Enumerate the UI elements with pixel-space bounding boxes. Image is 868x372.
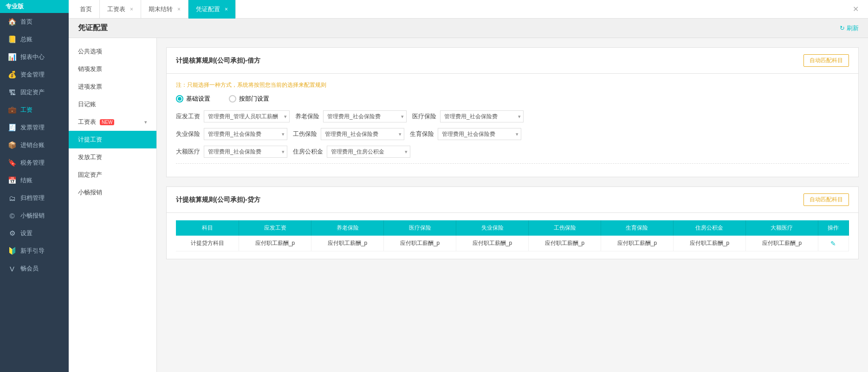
tax-icon: 🔖 (7, 159, 17, 167)
left-nav-journal[interactable]: 日记账 (69, 96, 156, 113)
sidebar-item-invoice[interactable]: 🧾 发票管理 (0, 119, 69, 136)
left-nav: 公共选项 销项发票 进项发票 日记账 工资表 NEW ▾ 计提工资 (69, 38, 157, 372)
sidebar-item-archive[interactable]: 🗂 归档管理 (0, 189, 69, 207)
select-wrapper-applied-salary: 管理费用_管理人员职工薪酬 (204, 110, 290, 122)
sidebar-item-report[interactable]: 📊 报表中心 (0, 48, 69, 66)
funds-icon: 💰 (7, 71, 17, 79)
sidebar-label-close: 结账 (20, 176, 32, 185)
th-subject: 科目 (176, 220, 239, 236)
sidebar-item-home[interactable]: 🏠 首页 (0, 13, 69, 31)
guide-icon: 🔰 (7, 247, 17, 255)
select-wrapper-unemployment: 管理费用_社会保险费 (204, 128, 287, 140)
left-nav-salary-table[interactable]: 工资表 NEW ▾ (69, 113, 156, 131)
sidebar-label-tax: 税务管理 (20, 159, 45, 167)
td-subject: 计提贷方科目 (176, 236, 239, 251)
field-medical: 医疗保险 管理费用_社会保险费 (412, 110, 524, 122)
select-medical[interactable]: 管理费用_社会保险费 (440, 110, 524, 122)
close-all-button[interactable]: ✕ (847, 5, 864, 13)
sidebar-label-archive: 归档管理 (20, 194, 45, 202)
tab-home[interactable]: 首页 (72, 0, 100, 19)
label-medical: 医疗保险 (412, 112, 436, 121)
left-nav-purchase-invoice[interactable]: 进项发票 (69, 78, 156, 96)
tab-period-carry[interactable]: 期末结转 × (141, 0, 188, 19)
sidebar-label-guide: 新手引导 (20, 247, 45, 255)
main-panel: 计提核算规则(公司承担)-借方 自动匹配科目 注：只能选择一种方式，系统将按照您… (157, 38, 868, 372)
edit-icon[interactable]: ✎ (830, 240, 836, 247)
left-nav-public[interactable]: 公共选项 (69, 43, 156, 60)
radio-basic-label: 基础设置 (186, 95, 210, 103)
radio-basic[interactable]: 基础设置 (176, 95, 210, 103)
td-unemployment: 应付职工薪酬_p (456, 236, 529, 251)
sidebar-item-salary[interactable]: 💼 工资 (0, 101, 69, 119)
tab-voucher-config-label: 凭证配置 (196, 5, 220, 13)
tab-voucher-config[interactable]: 凭证配置 × (188, 0, 236, 19)
invoice-icon: 🧾 (7, 123, 17, 132)
select-major-medical[interactable]: 管理费用_社会保险费 (204, 146, 287, 158)
td-applied-salary: 应付职工薪酬_p (239, 236, 311, 251)
credit-table-head: 科目 应发工资 养老保险 医疗保险 失业保险 工伤保险 生育保险 住房公积金 大… (176, 220, 849, 236)
td-medical: 应付职工薪酬_p (384, 236, 456, 251)
debit-section-body: 注：只能选择一种方式，系统将按照您当前的选择来配置规则 基础设置 按部门设置 (167, 74, 858, 177)
tab-period-carry-close[interactable]: × (177, 6, 181, 13)
left-nav-public-label: 公共选项 (78, 47, 102, 56)
radio-department[interactable]: 按部门设置 (229, 95, 269, 103)
sidebar-item-member[interactable]: V 畅会员 (0, 260, 69, 277)
left-nav-pay-salary[interactable]: 发放工资 (69, 148, 156, 166)
label-workinjury: 工伤保险 (293, 130, 317, 138)
td-action[interactable]: ✎ (818, 236, 849, 251)
sidebar: 专业版 🏠 首页 📒 总账 📊 报表中心 💰 资金管理 🏗 固定资产 💼 工资 … (0, 0, 69, 372)
divider (176, 163, 849, 164)
label-housing-fund: 住房公积金 (293, 148, 323, 156)
left-nav-sales-invoice[interactable]: 销项发票 (69, 60, 156, 78)
tab-salary-table-close[interactable]: × (130, 6, 133, 13)
sidebar-label-assets: 固定资产 (20, 88, 45, 96)
select-workinjury[interactable]: 管理费用_社会保险费 (321, 128, 404, 140)
page-header: 凭证配置 ↻ 刷新 (69, 19, 868, 38)
left-nav-calc-label: 计提工资 (78, 135, 102, 144)
sidebar-item-close[interactable]: 📅 结账 (0, 172, 69, 189)
debit-section: 计提核算规则(公司承担)-借方 自动匹配科目 注：只能选择一种方式，系统将按照您… (166, 47, 859, 177)
credit-auto-match-button[interactable]: 自动匹配科目 (803, 193, 849, 206)
select-unemployment[interactable]: 管理费用_社会保险费 (204, 128, 287, 140)
salary-icon: 💼 (7, 106, 17, 114)
debit-warning-text: 注：只能选择一种方式，系统将按照您当前的选择来配置规则 (176, 81, 849, 89)
tab-voucher-config-close[interactable]: × (225, 6, 228, 13)
debit-form-row-2: 失业保险 管理费用_社会保险费 工伤保险 管理费用_社会 (176, 128, 849, 140)
select-housing-fund[interactable]: 管理费用_住房公积金 (327, 146, 410, 158)
credit-section-body: 科目 应发工资 养老保险 医疗保险 失业保险 工伤保险 生育保险 住房公积金 大… (167, 213, 858, 259)
left-nav-calc-salary[interactable]: 计提工资 (69, 131, 156, 148)
field-major-medical: 大额医疗 管理费用_社会保险费 (176, 146, 287, 158)
td-major-medical: 应付职工薪酬_p (745, 236, 818, 251)
sidebar-item-ledger[interactable]: 📒 总账 (0, 31, 69, 48)
sidebar-item-funds[interactable]: 💰 资金管理 (0, 66, 69, 83)
page-title: 凭证配置 (78, 23, 108, 33)
select-pension[interactable]: 管理费用_社会保险费 (323, 110, 407, 122)
sidebar-item-inventory[interactable]: 📦 进销台账 (0, 136, 69, 154)
sidebar-item-tax[interactable]: 🔖 税务管理 (0, 154, 69, 172)
sidebar-item-settings[interactable]: ⚙ 设置 (0, 224, 69, 242)
select-applied-salary[interactable]: 管理费用_管理人员职工薪酬 (204, 110, 290, 122)
sidebar-label-invoice: 发票管理 (20, 123, 45, 132)
select-wrapper-pension: 管理费用_社会保险费 (323, 110, 407, 122)
sidebar-item-guide[interactable]: 🔰 新手引导 (0, 242, 69, 260)
radio-department-dot (229, 95, 236, 103)
select-wrapper-housing-fund: 管理费用_住房公积金 (327, 146, 410, 158)
td-maternity: 应付职工薪酬_p (601, 236, 673, 251)
refresh-button[interactable]: ↻ 刷新 (840, 24, 859, 32)
refresh-icon: ↻ (840, 25, 845, 32)
radio-basic-dot (176, 95, 183, 103)
select-maternity[interactable]: 管理费用_社会保险费 (438, 128, 521, 140)
sidebar-label-ledger: 总账 (20, 35, 32, 44)
tab-salary-table[interactable]: 工资表 × (100, 0, 141, 19)
field-housing-fund: 住房公积金 管理费用_住房公积金 (293, 146, 410, 158)
sidebar-item-xiaochange[interactable]: © 小畅报销 (0, 207, 69, 224)
debit-auto-match-button[interactable]: 自动匹配科目 (803, 54, 849, 67)
sidebar-item-assets[interactable]: 🏗 固定资产 (0, 83, 69, 101)
th-medical: 医疗保险 (384, 220, 456, 236)
sidebar-label-report: 报表中心 (20, 53, 45, 61)
sidebar-header: 专业版 (0, 0, 69, 13)
left-nav-petty-cash[interactable]: 小畅报销 (69, 184, 156, 201)
archive-icon: 🗂 (7, 194, 17, 202)
left-nav-fixed-assets[interactable]: 固定资产 (69, 166, 156, 184)
xiaochange-icon: © (7, 212, 17, 220)
